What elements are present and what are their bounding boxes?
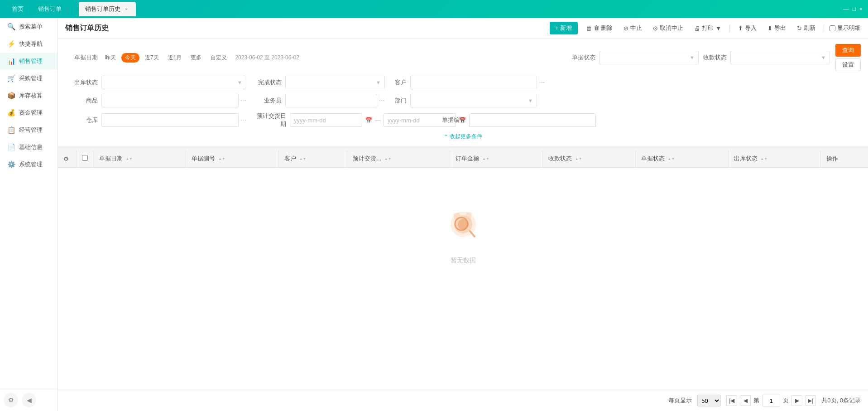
empty-illustration <box>441 204 486 249</box>
order-no-input[interactable] <box>469 113 596 127</box>
salesperson-input[interactable] <box>285 94 377 107</box>
expected-start-input[interactable] <box>290 113 362 127</box>
inner-table-area: ⚙ 单据日期 ▲▼ 单据编号 <box>58 146 868 411</box>
top-bar-right: — □ × <box>844 6 863 12</box>
col-date-header[interactable]: 单据日期 ▲▼ <box>93 150 186 168</box>
warehouse-dots[interactable]: ··· <box>240 116 246 124</box>
collapse-button[interactable]: ⌃ 收起更多条件 <box>444 133 482 140</box>
delivery-label: 出库状态 <box>65 78 101 87</box>
salesperson-label: 业务员 <box>254 97 285 105</box>
window-maximize[interactable]: □ <box>853 6 856 12</box>
window-minimize[interactable]: — <box>844 6 849 12</box>
customer-input[interactable] <box>410 76 537 89</box>
col-amount-header[interactable]: 订单金额 ▲▼ <box>450 150 543 168</box>
col-expected-header[interactable]: 预计交货... ▲▼ <box>347 150 450 168</box>
col-payment-header[interactable]: 收款状态 ▲▼ <box>543 150 636 168</box>
sidebar-item-sys[interactable]: ⚙️ 系统管理 <box>0 156 58 173</box>
salesperson-dots[interactable]: ··· <box>379 97 385 105</box>
col-orderstatus-header[interactable]: 单据状态 ▲▼ <box>635 150 728 168</box>
prev-page-btn[interactable]: ◀ <box>740 395 751 406</box>
col-orderno-header[interactable]: 单据编号 ▲▼ <box>186 150 279 168</box>
show-detail-input[interactable] <box>830 25 835 31</box>
first-page-btn[interactable]: |◀ <box>726 395 737 406</box>
complete-chevron-icon: ▼ <box>376 80 381 85</box>
calendar-start-icon[interactable]: 📅 <box>365 117 372 124</box>
table-container: ⚙ 单据日期 ▲▼ 单据编号 <box>58 150 868 390</box>
tab-home[interactable]: 首页 <box>5 2 30 16</box>
collapse-chevron-up-icon: ⌃ <box>444 134 448 140</box>
data-table: ⚙ 单据日期 ▲▼ 单据编号 <box>58 150 868 301</box>
sidebar-item-basic-info[interactable]: 📄 基础信息 <box>0 139 58 156</box>
sidebar-item-basic-label: 基础信息 <box>19 143 43 151</box>
col-settings-icon[interactable]: ⚙ <box>63 155 69 162</box>
date-custom[interactable]: 自定义 <box>207 53 230 63</box>
print-button[interactable]: 🖨 打印 ▼ <box>691 22 724 34</box>
toolbar-actions: + 新增 🗑 🗑 删除 ⊘ 中止 ⊙ 取消中止 🖨 打印 ▼ <box>550 22 861 34</box>
query-button[interactable]: 查询 <box>835 44 861 57</box>
sort-customer-icon: ▲▼ <box>299 157 307 161</box>
window-close[interactable]: × <box>859 6 863 12</box>
date-label: 单据日期 <box>65 53 101 62</box>
tab-history-close[interactable]: × <box>123 6 129 12</box>
warehouse-input[interactable] <box>101 113 239 127</box>
dept-select[interactable]: ▼ <box>410 94 537 107</box>
col-settings-header[interactable]: ⚙ <box>58 150 76 168</box>
sidebar-settings-btn[interactable]: ⚙ <box>4 393 18 407</box>
customer-dots[interactable]: ··· <box>539 78 545 87</box>
sales-icon: 📊 <box>7 57 15 65</box>
refresh-icon: ↻ <box>797 25 802 32</box>
next-page-btn[interactable]: ▶ <box>791 395 802 406</box>
divider-1 <box>729 24 730 32</box>
sidebar-item-finance[interactable]: 💰 资金管理 <box>0 104 58 121</box>
order-status-select[interactable]: ▼ <box>599 51 699 64</box>
refresh-button[interactable]: ↻ 刷新 <box>794 22 818 34</box>
export-button[interactable]: ⬇ 导出 <box>765 22 789 34</box>
show-detail-checkbox[interactable]: 显示明细 <box>830 24 861 32</box>
cancel-stop-icon: ⊙ <box>653 25 658 32</box>
warehouse-label: 仓库 <box>65 116 101 124</box>
payment-chevron-icon: ▼ <box>821 55 826 60</box>
expected-date-range: 📅 — 📅 <box>290 113 435 127</box>
sidebar-item-search-menu[interactable]: 🔍 搜索菜单 <box>0 18 58 35</box>
sidebar-item-inventory[interactable]: 📦 库存核算 <box>0 87 58 104</box>
date-7days[interactable]: 近7天 <box>141 53 163 63</box>
cancel-stop-button[interactable]: ⊙ 取消中止 <box>650 22 686 34</box>
delivery-status-select[interactable]: ▼ <box>101 76 246 89</box>
new-button[interactable]: + 新增 <box>550 22 577 34</box>
date-1month[interactable]: 近1月 <box>164 53 186 63</box>
product-dots[interactable]: ··· <box>240 97 246 105</box>
status-chevron-icon: ▼ <box>690 55 695 60</box>
sidebar-item-sales[interactable]: 📊 销售管理 <box>0 53 58 70</box>
total-text: 共0页, 0条记录 <box>821 396 861 405</box>
tab-sales-order-history[interactable]: 销售订单历史 × <box>79 2 136 16</box>
delete-button[interactable]: 🗑 🗑 删除 <box>583 22 616 34</box>
page-toolbar: 销售订单历史 + 新增 🗑 🗑 删除 ⊘ 中止 ⊙ 取消中止 🖨 打印 <box>58 18 868 39</box>
complete-status-select[interactable]: ▼ <box>285 76 385 89</box>
col-customer-header[interactable]: 客户 ▲▼ <box>279 150 347 168</box>
tab-sales-order-close[interactable]: × <box>64 6 71 12</box>
sidebar-item-operation[interactable]: 📋 经营管理 <box>0 121 58 139</box>
settings-button[interactable]: 设置 <box>835 58 861 71</box>
sidebar-item-purchase[interactable]: 🛒 采购管理 <box>0 70 58 87</box>
sidebar-item-quick-nav[interactable]: ⚡ 快捷导航 <box>0 35 58 53</box>
col-delivery-header[interactable]: 出库状态 ▲▼ <box>728 150 821 168</box>
sidebar-item-sys-label: 系统管理 <box>19 160 43 169</box>
date-today[interactable]: 今天 <box>121 53 139 63</box>
current-page-input[interactable] <box>762 395 780 406</box>
sidebar-collapse-btn[interactable]: ◀ <box>22 393 36 407</box>
last-page-btn[interactable]: ▶| <box>805 395 816 406</box>
sys-icon: ⚙️ <box>7 160 15 169</box>
basic-info-icon: 📄 <box>7 143 15 151</box>
import-button[interactable]: ⬆ 导入 <box>735 22 759 34</box>
page-size-select[interactable]: 10 20 50 100 <box>697 395 721 406</box>
payment-status-select[interactable]: ▼ <box>730 51 830 64</box>
page-size-label: 每页显示 <box>668 396 692 405</box>
date-more[interactable]: 更多 <box>187 53 205 63</box>
date-range-dash: — <box>375 117 381 124</box>
date-yesterday[interactable]: 昨天 <box>101 53 120 63</box>
stop-button[interactable]: ⊘ 中止 <box>621 22 645 34</box>
tab-sales-order[interactable]: 销售订单 × <box>32 2 77 16</box>
operation-icon: 📋 <box>7 126 15 134</box>
select-all-checkbox[interactable] <box>82 155 88 161</box>
product-input[interactable] <box>101 94 239 107</box>
